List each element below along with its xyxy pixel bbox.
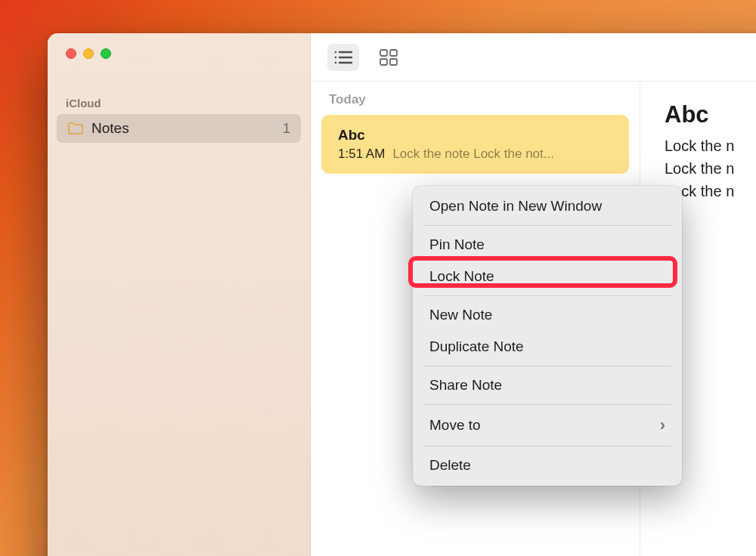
menu-item-label: Lock Note bbox=[429, 268, 494, 285]
menu-separator bbox=[423, 446, 671, 446]
menu-item-label: Delete bbox=[429, 457, 471, 474]
zoom-window-button[interactable] bbox=[101, 48, 111, 59]
grid-view-button[interactable] bbox=[373, 44, 404, 71]
svg-rect-7 bbox=[390, 50, 397, 56]
folder-icon bbox=[67, 122, 84, 135]
menu-item-new-note[interactable]: New Note bbox=[413, 299, 682, 331]
menu-item-label: Duplicate Note bbox=[429, 338, 524, 355]
grid-view-icon bbox=[380, 49, 398, 66]
menu-separator bbox=[423, 225, 671, 226]
svg-rect-8 bbox=[380, 59, 387, 65]
svg-point-0 bbox=[335, 51, 337, 53]
svg-rect-6 bbox=[380, 50, 387, 56]
note-title: Abc bbox=[338, 127, 612, 144]
menu-separator bbox=[423, 404, 671, 405]
menu-item-delete[interactable]: Delete bbox=[413, 449, 682, 481]
svg-rect-9 bbox=[390, 59, 397, 65]
sidebar: iCloud Notes 1 bbox=[48, 33, 311, 556]
minimize-window-button[interactable] bbox=[83, 48, 94, 59]
editor-title: Abc bbox=[665, 101, 756, 128]
menu-separator bbox=[423, 295, 671, 296]
sidebar-section-label: iCloud bbox=[48, 97, 310, 114]
menu-item-share-note[interactable]: Share Note bbox=[413, 369, 682, 401]
editor-line: Lock the n bbox=[665, 134, 756, 157]
context-menu: Open Note in New WindowPin NoteLock Note… bbox=[413, 186, 682, 486]
note-time: 1:51 AM bbox=[338, 147, 385, 162]
note-preview: Lock the note Lock the not... bbox=[392, 147, 554, 162]
svg-point-2 bbox=[335, 56, 337, 58]
menu-item-pin-note[interactable]: Pin Note bbox=[413, 229, 682, 261]
menu-item-label: Move to bbox=[429, 417, 481, 434]
folder-count: 1 bbox=[283, 121, 290, 137]
list-view-icon bbox=[333, 49, 353, 66]
menu-item-label: Pin Note bbox=[429, 236, 485, 253]
list-header: Today bbox=[321, 92, 629, 115]
note-meta: 1:51 AM Lock the note Lock the not... bbox=[338, 147, 612, 162]
menu-item-lock-note[interactable]: Lock Note bbox=[413, 261, 682, 292]
menu-item-label: Open Note in New Window bbox=[429, 198, 602, 215]
chevron-right-icon: › bbox=[660, 415, 665, 435]
folder-label: Notes bbox=[91, 120, 129, 137]
toolbar bbox=[311, 33, 756, 82]
menu-item-open-new-window[interactable]: Open Note in New Window bbox=[413, 190, 682, 222]
window-controls bbox=[48, 48, 310, 59]
note-list-item[interactable]: Abc 1:51 AM Lock the note Lock the not..… bbox=[321, 115, 629, 174]
menu-item-label: New Note bbox=[429, 307, 492, 323]
close-window-button[interactable] bbox=[66, 48, 76, 59]
list-view-button[interactable] bbox=[327, 44, 359, 71]
menu-item-move-to[interactable]: Move to› bbox=[413, 408, 682, 443]
menu-item-duplicate-note[interactable]: Duplicate Note bbox=[413, 331, 682, 363]
svg-point-4 bbox=[335, 61, 337, 63]
menu-separator bbox=[423, 366, 671, 366]
editor-line: Lock the n bbox=[665, 157, 756, 180]
folder-notes[interactable]: Notes 1 bbox=[57, 114, 301, 143]
menu-item-label: Share Note bbox=[429, 377, 502, 394]
